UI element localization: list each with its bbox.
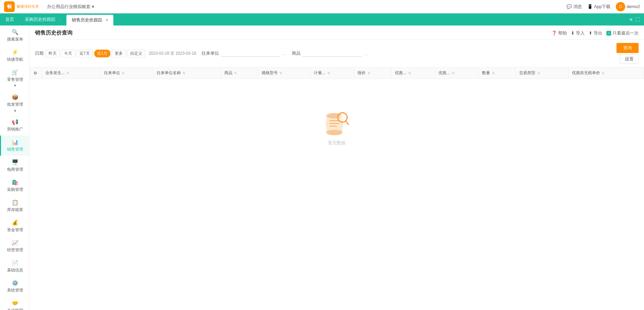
maximize-icon[interactable]: ⛶ <box>636 17 640 22</box>
th-spec[interactable]: 规格型号 ⇅ <box>258 67 311 79</box>
tab-home[interactable]: 首页 <box>0 13 19 25</box>
avatar: D <box>616 2 625 11</box>
import-button[interactable]: ⬇ 导入 <box>571 30 585 36</box>
sidebar-item-sales-mgmt[interactable]: 📊 销售管理 <box>0 136 29 156</box>
quick-nav-icon: ⚡ <box>12 49 18 55</box>
tab-bar-actions: ✕ ⛶ <box>629 17 644 22</box>
sort-partner-name-icon: ⇅ <box>182 71 185 75</box>
sidebar-item-inventory[interactable]: 📋 库存核算 <box>0 196 29 216</box>
logo-area: 畅 畅捷信好生意 <box>4 1 39 12</box>
sidebar-item-search-menu[interactable]: 🔍 搜索菜单 <box>0 25 29 46</box>
date-btn-1month[interactable]: 近1月 <box>94 50 111 57</box>
tab-purchase-history[interactable]: 采购历史价跟踪 × <box>19 13 66 25</box>
th-partner-name[interactable]: 往来单位名称 ⇅ <box>153 67 221 79</box>
page-container: 销售历史价查询 ❓ 帮助 ⬇ 导入 ⬆ 导出 ✓ <box>30 25 644 310</box>
date-range-display: 2023-02-18 至 2023-03-18 <box>149 51 196 56</box>
product-filter-group: 商品 ... <box>292 50 368 57</box>
partner-dots: ... <box>282 50 286 56</box>
date-btn-yesterday[interactable]: 昨天 <box>46 50 60 57</box>
download-icon: 📱 <box>587 4 593 9</box>
settings-button[interactable]: 设置 <box>620 54 639 64</box>
sort-quote-icon: ⇅ <box>368 71 370 75</box>
th-biz-date[interactable]: 业务发生... ⇅ <box>42 67 101 79</box>
export-icon: ⬆ <box>589 31 592 36</box>
th-discount1[interactable]: 优惠... ⇅ <box>391 67 435 79</box>
gear-icon: ⚙ <box>34 71 37 75</box>
date-label: 日期 <box>35 50 44 56</box>
sidebar-item-ecommerce[interactable]: 🖥️ 电商管理 <box>0 156 29 176</box>
ecommerce-icon: 🖥️ <box>12 159 18 165</box>
partner-input[interactable] <box>221 50 280 57</box>
product-dots: ... <box>364 50 368 56</box>
partner-filter-group: 往来单位 ... <box>202 50 286 57</box>
help-icon: ❓ <box>551 31 557 36</box>
date-btn-today[interactable]: 今天 <box>61 50 75 57</box>
th-partner-code[interactable]: 往来单位 ⇅ <box>101 67 153 79</box>
export-button[interactable]: ⬆ 导出 <box>589 30 602 36</box>
page-header-actions: ❓ 帮助 ⬇ 导入 ⬆ 导出 ✓ 只看最后一次 <box>551 30 639 36</box>
th-product[interactable]: 商品 ⇅ <box>221 67 258 79</box>
table-container: ⚙ 业务发生... ⇅ 往来单位 ⇅ 往来单位名称 <box>30 67 644 173</box>
sales-icon: 📊 <box>12 139 18 145</box>
th-qty[interactable]: 数量 ⇅ <box>479 67 516 79</box>
sidebar-item-system-mgmt[interactable]: ⚙️ 系统管理 <box>0 276 29 297</box>
wholesale-icon: 📦 <box>12 94 18 100</box>
table-header-row: ⚙ 业务发生... ⇅ 往来单位 ⇅ 往来单位名称 <box>30 67 644 79</box>
filter-bar: 日期 昨天 今天 近7天 近1月 更多 自定义 2023-02-18 至 202… <box>30 40 644 67</box>
th-discount2[interactable]: 优惠... ⇅ <box>435 67 479 79</box>
logo-icon: 畅 <box>4 1 15 12</box>
content-area: 销售历史价查询 ❓ 帮助 ⬇ 导入 ⬆ 导出 ✓ <box>30 25 644 310</box>
sidebar-item-wholesale-mgmt[interactable]: 📦 批发管理 ▲ <box>0 91 29 115</box>
close-sales-history-icon[interactable]: × <box>106 18 108 22</box>
sort-product-icon: ⇅ <box>234 71 237 75</box>
import-icon: ⬇ <box>571 31 575 36</box>
sidebar-item-retail-mgmt[interactable]: 🛒 零售管理 ▼ <box>0 66 29 91</box>
sidebar-item-finance[interactable]: 💰 资金管理 <box>0 216 29 236</box>
data-table: ⚙ 业务发生... ⇅ 往来单位 ⇅ 往来单位名称 <box>30 67 644 79</box>
date-btn-more[interactable]: 更多 <box>112 50 126 57</box>
logo-text: 畅捷信好生意 <box>17 4 39 9</box>
empty-illustration <box>322 106 352 136</box>
sidebar-item-operations[interactable]: 📈 经营管理 <box>0 236 29 256</box>
basic-info-icon: 📄 <box>12 260 18 266</box>
sidebar-item-marketing[interactable]: 📢 营销推广 <box>0 115 29 136</box>
empty-text: 暂无数据 <box>328 140 345 146</box>
sidebar-item-enterprise-collab[interactable]: 🤝 企业协同 <box>0 297 29 310</box>
th-trade-type[interactable]: 交易类型 ⇅ <box>516 67 569 79</box>
wholesale-arrow-icon: ▲ <box>14 109 17 112</box>
help-button[interactable]: ❓ 帮助 <box>551 30 567 36</box>
search-icon: 🔍 <box>12 29 18 35</box>
svg-line-9 <box>346 121 348 124</box>
tab-sales-history[interactable]: 销售历史价跟踪 × <box>66 15 113 25</box>
sort-pre-tax-price-icon: ⇅ <box>602 71 604 75</box>
date-btn-custom[interactable]: 自定义 <box>127 50 145 57</box>
query-button[interactable]: 查询 <box>616 43 639 53</box>
app-name-label: 办公用品行业模拟账套 <box>47 4 91 10</box>
close-all-tabs-icon[interactable]: ✕ <box>629 17 633 22</box>
close-purchase-history-icon[interactable]: × <box>59 17 61 22</box>
th-quote[interactable]: 报价 ⇅ <box>354 67 391 79</box>
app-selector-arrow-icon: ▾ <box>92 4 94 9</box>
retail-arrow-icon: ▼ <box>14 84 17 87</box>
top-bar: 畅 畅捷信好生意 办公用品行业模拟账套 ▾ 💬 消息 📱 App下载 D dem… <box>0 0 644 13</box>
sort-qty-icon: ⇅ <box>492 71 495 75</box>
th-unit[interactable]: 计量... ⇅ <box>311 67 354 79</box>
checkbox-checked-icon: ✓ <box>606 31 611 36</box>
top-bar-left: 畅 畅捷信好生意 办公用品行业模拟账套 ▾ <box>4 1 94 12</box>
user-menu[interactable]: D demo2 <box>616 2 640 11</box>
date-btn-7days[interactable]: 近7天 <box>76 50 93 57</box>
page-header: 销售历史价查询 ❓ 帮助 ⬇ 导入 ⬆ 导出 ✓ <box>30 25 644 40</box>
only-last-toggle[interactable]: ✓ 只看最后一次 <box>606 30 639 36</box>
purchase-icon: 🛍️ <box>12 179 18 186</box>
tab-bar: 首页 采购历史价跟踪 × 销售历史价跟踪 × ✕ ⛶ <box>0 13 644 25</box>
th-settings[interactable]: ⚙ <box>30 67 42 79</box>
sort-unit-icon: ⇅ <box>327 71 330 75</box>
app-download-button[interactable]: 📱 App下载 <box>587 4 610 10</box>
product-input[interactable] <box>303 50 362 57</box>
app-selector[interactable]: 办公用品行业模拟账套 ▾ <box>47 4 94 10</box>
th-pre-tax-price[interactable]: 优惠前无税单价 ⇅ <box>568 67 644 79</box>
message-button[interactable]: 💬 消息 <box>567 4 582 10</box>
sidebar-item-quick-nav[interactable]: ⚡ 快捷导航 <box>0 46 29 66</box>
sidebar-item-basic-info[interactable]: 📄 基础信息 <box>0 256 29 276</box>
sidebar-item-purchase-mgmt[interactable]: 🛍️ 采购管理 <box>0 176 29 196</box>
